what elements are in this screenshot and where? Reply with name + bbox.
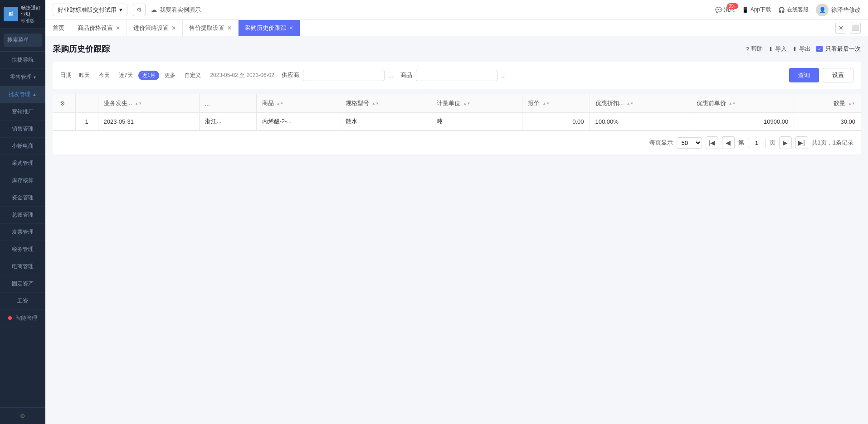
sidebar-item-12[interactable]: 固定资产 [0, 275, 45, 293]
table-settings-icon[interactable]: ⚙ [58, 99, 67, 108]
first-page-button[interactable]: |◀ [706, 136, 718, 149]
help-button[interactable]: ? 帮助 [746, 45, 763, 53]
col-spec-header[interactable]: 规格型号 ▲▼ [340, 94, 431, 113]
sidebar-item-2[interactable]: 营销推广 [0, 103, 45, 120]
sidebar-settings-icon[interactable]: ⚙ [18, 411, 27, 420]
tab-home[interactable]: 首页 [53, 20, 71, 36]
tab-history_price[interactable]: 采购历史价跟踪✕ [239, 20, 300, 36]
col-pre-discount-header[interactable]: 优惠前单价 ▲▼ [691, 94, 794, 113]
sidebar-item-3[interactable]: 销售管理 [0, 120, 45, 138]
close-tab-button[interactable]: ✕ [835, 23, 846, 34]
cloud-icon: ☁ [151, 6, 157, 13]
prev-page-button[interactable]: ◀ [722, 136, 735, 149]
last-page-button[interactable]: ▶| [795, 136, 808, 149]
tab-purchase_strategy[interactable]: 进价策略设置✕ [127, 20, 183, 36]
col-product-header[interactable]: 商品 ▲▼ [256, 94, 340, 113]
help-label: 帮助 [751, 45, 763, 53]
supplier-filter-group: 供应商 ... [282, 70, 393, 81]
sidebar-item-label: 销售管理 [12, 125, 34, 133]
demo-button[interactable]: ☁ 我要看实例演示 [151, 6, 201, 14]
col-quoted-price-header[interactable]: 报价 ▲▼ [522, 94, 590, 113]
tab-close-icon[interactable]: ✕ [227, 25, 232, 31]
dot-icon [8, 316, 12, 320]
supplier-more-btn[interactable]: ... [388, 72, 393, 79]
supplier-input[interactable] [303, 70, 385, 81]
col-discount-header[interactable]: 优惠折扣... ▲▼ [590, 94, 691, 113]
next-page-button[interactable]: ▶ [779, 136, 792, 149]
only-last-checkbox[interactable]: ✓ 只看最后一次 [816, 45, 861, 53]
sidebar-item-13[interactable]: 工资 [0, 293, 45, 310]
sidebar-item-9[interactable]: 发票管理 [0, 224, 45, 241]
table-container: ⚙ 业务发生... ▲▼ ... [53, 94, 861, 154]
sidebar-item-5[interactable]: 采购管理 [0, 155, 45, 172]
import-button[interactable]: ⬇ 导入 [768, 45, 787, 53]
mobile-icon: 📱 [742, 7, 749, 13]
sidebar-item-1[interactable]: 批发管理▲ [0, 86, 45, 103]
sidebar-item-11[interactable]: 电商管理 [0, 258, 45, 275]
sidebar-item-14[interactable]: 智能管理 [0, 310, 45, 327]
sidebar-item-8[interactable]: 总账管理 [0, 207, 45, 224]
sidebar-item-6[interactable]: 库存核算 [0, 172, 45, 189]
col-quantity-header[interactable]: 数量 ▲▼ [794, 94, 861, 113]
page-number-input[interactable] [748, 138, 766, 148]
sidebar-item-label: 营销推广 [12, 108, 34, 116]
date-option-1[interactable]: 今天 [95, 71, 113, 80]
user-info[interactable]: 👤 徐泽华修改 [816, 4, 861, 16]
col-unit-header[interactable]: 计量单位 ▲▼ [431, 94, 522, 113]
import-icon: ⬇ [768, 46, 773, 53]
row-business-date: 2023-05-31 [98, 113, 199, 130]
export-button[interactable]: ⬆ 导出 [792, 45, 811, 53]
col-discount-label: 优惠折扣... [595, 99, 624, 107]
col-unit-label: 计量单位 [437, 99, 460, 107]
date-option-3[interactable]: 近1月 [138, 71, 160, 80]
main-area: 好业财标准版交付试用 ▾ ⚙ ☁ 我要看实例演示 💬 消息 99+ 📱 App下… [45, 0, 868, 424]
col-business-date-header[interactable]: 业务发生... ▲▼ [98, 94, 199, 113]
date-option-4[interactable]: 更多 [161, 71, 179, 80]
avatar: 👤 [816, 4, 829, 16]
tab-sale_price[interactable]: 售价提取设置✕ [183, 20, 239, 36]
date-range-text: 2023-05-02 至 2023-06-02 [210, 72, 274, 79]
messages-button[interactable]: 💬 消息 99+ [715, 6, 735, 14]
settings-button[interactable]: 设置 [823, 68, 853, 82]
col-pre-discount-label: 优惠前单价 [697, 99, 726, 107]
tab-close-icon[interactable]: ✕ [116, 25, 120, 31]
sidebar-item-4[interactable]: 小畅电商 [0, 138, 45, 155]
plan-selector[interactable]: 好业财标准版交付试用 ▾ [53, 4, 127, 16]
col-more-header[interactable]: ... [199, 94, 256, 113]
col-spec-label: 规格型号 [346, 99, 369, 107]
sidebar-item-10[interactable]: 税务管理 [0, 241, 45, 258]
row-settings[interactable] [53, 113, 75, 130]
row-more: 浙江... [199, 113, 256, 130]
tab-close-icon[interactable]: ✕ [289, 25, 293, 31]
filter-actions: 查询 设置 [789, 68, 853, 82]
per-page-select[interactable]: 50 100 200 [677, 137, 702, 149]
table-header-row: ⚙ 业务发生... ▲▼ ... [53, 94, 861, 113]
row-product: 丙烯酸-2-... [256, 113, 340, 130]
product-more-btn[interactable]: ... [501, 72, 506, 79]
search-menu-button[interactable]: 搜索菜单 [4, 34, 42, 47]
product-filter-label: 商品 [400, 71, 412, 79]
topbar-settings-button[interactable]: ⚙ [133, 4, 146, 16]
query-button[interactable]: 查询 [789, 68, 819, 82]
col-more-label: ... [205, 100, 210, 107]
sidebar-item-label: 发票管理 [12, 228, 34, 236]
sidebar-item-0[interactable]: 零售管理▾ [0, 69, 45, 86]
maximize-button[interactable]: ⬜ [850, 23, 861, 34]
app-download-button[interactable]: 📱 App下载 [742, 6, 771, 14]
sidebar-item-label: 税务管理 [12, 246, 34, 253]
sidebar-item-7[interactable]: 资金管理 [0, 189, 45, 207]
row-discount: 100.00% [590, 113, 691, 130]
col-settings-header[interactable]: ⚙ [53, 94, 75, 113]
sidebar-item-quick-nav[interactable]: 快捷导航 [0, 52, 45, 69]
sidebar-item-label: 采购管理 [12, 159, 34, 167]
page-actions: ? 帮助 ⬇ 导入 ⬆ 导出 ✓ 只看最后一次 [746, 45, 861, 53]
tab-close-icon[interactable]: ✕ [171, 25, 176, 31]
sidebar-item-label: 库存核算 [12, 177, 34, 184]
date-option-2[interactable]: 近7天 [115, 71, 137, 80]
tab-price[interactable]: 商品价格设置✕ [71, 20, 127, 36]
date-option-5[interactable]: 自定义 [181, 71, 205, 80]
product-input[interactable] [416, 70, 497, 81]
sidebar-item-label: 零售管理 [10, 73, 32, 81]
date-option-0[interactable]: 昨天 [75, 71, 93, 80]
online-service-button[interactable]: 🎧 在线客服 [778, 6, 809, 14]
